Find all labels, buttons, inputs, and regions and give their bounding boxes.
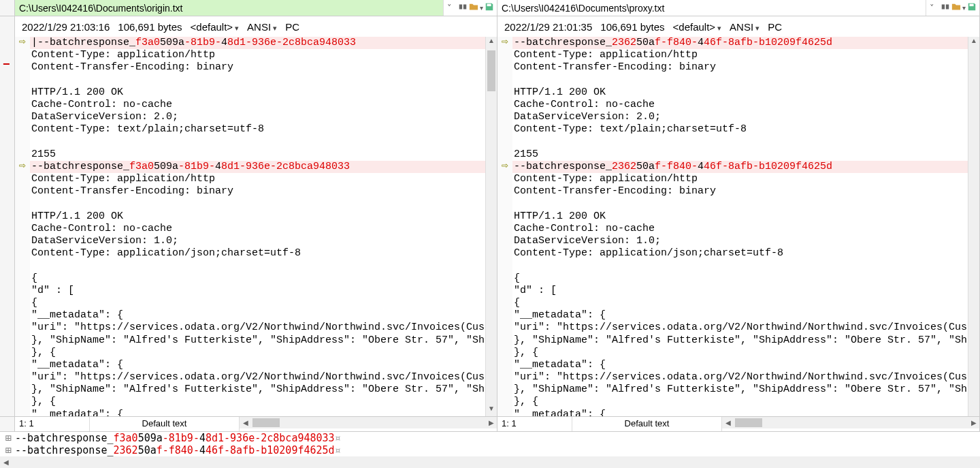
scroll-up-button[interactable]: ▲ [968,37,979,48]
code-line[interactable]: Cache-Control: no-cache [512,223,968,235]
scroll-left-button[interactable]: ◀ [722,417,734,428]
code-line[interactable]: Content-Type: application/json;charset=u… [30,247,485,260]
code-line[interactable]: Content-Type: application/http [512,173,968,185]
left-encoding[interactable]: ANSI [247,21,277,33]
folder-icon[interactable] [951,2,961,14]
right-code[interactable]: --batchresponse_236250af-f840-446f-8afb-… [512,37,968,416]
bottom-scrollbar[interactable]: ◀ [0,456,980,468]
diff-summary-line[interactable]: ⊞--batchresponse_f3a0509a-81b9-48d1-936e… [0,432,980,444]
code-line[interactable]: DataServiceVersion: 1.0; [30,235,485,247]
code-line[interactable]: { [512,272,968,285]
code-line[interactable]: Cache-Control: no-cache [512,99,968,111]
code-line[interactable]: 2155 [30,149,485,161]
expand-icon[interactable]: ⊞ [1,432,15,444]
right-scrollbar-h[interactable]: ◀ ▶ [722,417,979,428]
left-path-dropdown[interactable]: ˅ [443,0,455,16]
right-scrollbar-v[interactable]: ▲ [968,37,979,416]
scrollbar-thumb[interactable] [487,50,495,91]
code-line[interactable]: --batchresponse_236250af-f840-446f-8afb-… [512,161,968,173]
code-line[interactable]: HTTP/1.1 200 OK [30,210,485,223]
folder-dropdown-icon[interactable]: ▾ [480,4,483,12]
code-line[interactable] [512,260,968,272]
scroll-left-button[interactable]: ◀ [240,417,251,428]
code-line[interactable]: --batchresponse_236250af-f840-446f-8afb-… [512,37,968,49]
code-line[interactable]: }, { [512,347,968,359]
code-line[interactable]: "uri": "https://services.odata.org/V2/No… [30,371,485,384]
code-line[interactable]: Content-Type: application/http [512,49,968,61]
code-line[interactable]: Content-Transfer-Encoding: binary [30,61,485,74]
code-line[interactable]: |--batchresponse_f3a0509a-81b9-48d1-936e… [30,37,485,49]
code-line[interactable]: { [512,297,968,309]
code-line[interactable]: Cache-Control: no-cache [30,99,485,111]
code-line[interactable]: "uri": "https://services.odata.org/V2/No… [512,322,968,334]
save-icon[interactable] [967,2,977,14]
scrollbar-thumb[interactable] [252,418,280,427]
left-code[interactable]: |--batchresponse_f3a0509a-81b9-48d1-936e… [30,37,485,416]
code-line[interactable]: "uri": "https://services.odata.org/V2/No… [30,322,485,334]
code-line[interactable] [512,74,968,87]
code-line[interactable]: "d" : [ [30,285,485,297]
left-lineend[interactable]: PC [285,21,299,33]
scroll-up-button[interactable]: ▲ [486,37,497,48]
right-encoding[interactable]: ANSI [730,21,760,33]
code-line[interactable] [30,74,485,87]
code-line[interactable]: "__metadata": { [30,409,485,416]
right-file-path[interactable]: C:\Users\I042416\Documents\proxy.txt [497,0,926,16]
code-line[interactable] [30,136,485,149]
scroll-left-button[interactable]: ◀ [0,456,12,468]
code-line[interactable]: Content-Transfer-Encoding: binary [512,61,968,74]
left-scrollbar-h[interactable]: ◀ ▶ [240,417,497,428]
code-line[interactable]: DataServiceVersion: 2.0; [512,111,968,123]
scroll-right-button[interactable]: ▶ [968,417,979,428]
code-line[interactable]: "uri": "https://services.odata.org/V2/No… [512,371,968,384]
code-line[interactable]: "d" : [ [512,285,968,297]
scrollbar-thumb[interactable] [735,418,762,427]
code-line[interactable]: HTTP/1.1 200 OK [512,210,968,223]
expand-icon[interactable]: ⊞ [1,444,15,456]
code-line[interactable]: "__metadata": { [512,309,968,322]
code-line[interactable]: }, "ShipName": "Alfred's Futterkiste", "… [30,334,485,347]
code-line[interactable]: Content-Transfer-Encoding: binary [30,185,485,198]
scroll-down-button[interactable]: ▼ [486,405,497,416]
code-line[interactable]: --batchresponse_f3a0509a-81b9-48d1-936e-… [30,161,485,173]
right-filter[interactable]: <default> [673,21,722,33]
code-line[interactable]: "__metadata": { [30,359,485,371]
code-line[interactable]: "__metadata": { [30,309,485,322]
overview-gutter[interactable]: − [0,37,15,416]
code-line[interactable]: { [30,272,485,285]
code-line[interactable]: HTTP/1.1 200 OK [30,87,485,99]
code-line[interactable]: Content-Type: text/plain;charset=utf-8 [512,123,968,136]
left-scrollbar-v[interactable]: ▲ ▼ [485,37,497,416]
left-filter[interactable]: <default> [191,21,240,33]
code-line[interactable]: Content-Type: text/plain;charset=utf-8 [30,123,485,136]
code-line[interactable]: }, { [512,396,968,408]
code-line[interactable]: "__metadata": { [512,359,968,371]
code-line[interactable]: Content-Transfer-Encoding: binary [512,185,968,198]
code-line[interactable]: }, "ShipName": "Alfred's Futterkiste", "… [512,334,968,347]
code-line[interactable]: DataServiceVersion: 2.0; [30,111,485,123]
folder-icon[interactable] [469,2,478,14]
code-line[interactable] [512,136,968,149]
right-lineend[interactable]: PC [768,21,782,33]
code-line[interactable] [512,198,968,210]
code-line[interactable]: }, { [30,347,485,359]
code-line[interactable]: }, "ShipName": "Alfred's Futterkiste", "… [512,384,968,396]
right-path-dropdown[interactable]: ˅ [926,0,938,16]
scroll-right-button[interactable]: ▶ [485,417,497,428]
save-icon[interactable] [485,2,494,14]
code-line[interactable] [30,260,485,272]
code-line[interactable]: { [30,297,485,309]
code-line[interactable] [30,198,485,210]
code-line[interactable]: Cache-Control: no-cache [30,223,485,235]
code-line[interactable]: Content-Type: application/http [30,49,485,61]
code-line[interactable]: "__metadata": { [512,409,968,416]
code-line[interactable]: 2155 [512,149,968,161]
compare-icon[interactable] [941,2,950,14]
diff-summary-line[interactable]: ⊞--batchresponse_236250af-f840-446f-8afb… [0,444,980,456]
code-line[interactable]: }, { [30,396,485,408]
code-line[interactable]: Content-Type: application/json;charset=u… [512,247,968,260]
folder-dropdown-icon[interactable]: ▾ [962,4,966,12]
compare-icon[interactable] [458,2,468,14]
code-line[interactable]: DataServiceVersion: 1.0; [512,235,968,247]
code-line[interactable]: }, "ShipName": "Alfred's Futterkiste", "… [30,384,485,396]
